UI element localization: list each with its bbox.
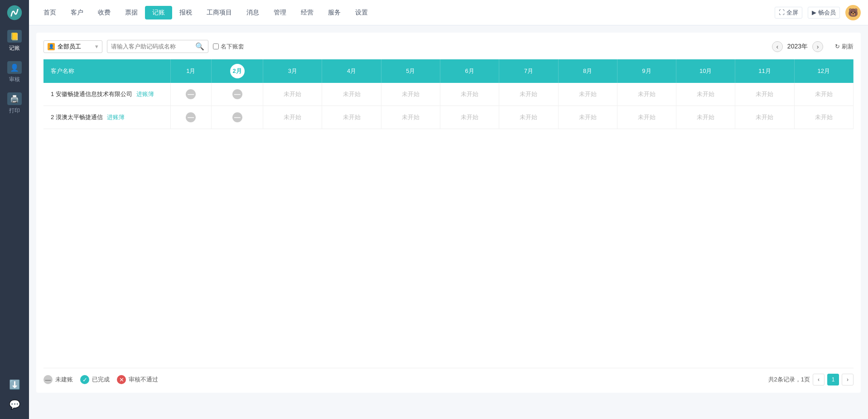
toolbar: 👤 全部员工 ▾ 🔍 名下账套 ‹ 2023年 ›	[43, 40, 854, 53]
sidebar-item-print[interactable]: 🖨️ 打印	[0, 88, 29, 119]
table-row: 2 漠澳太平畅捷通信 进账簿——未开始未开始未开始未开始未开始未开始未开始未开始…	[43, 106, 854, 129]
vip-icon: ▶	[812, 9, 816, 16]
user-avatar[interactable]: 🐻	[845, 5, 861, 20]
content-area: 👤 全部员工 ▾ 🔍 名下账套 ‹ 2023年 ›	[29, 25, 868, 419]
month-cell-4[interactable]: 未开始	[322, 106, 381, 129]
support-icon: 💬	[9, 399, 20, 410]
month-cell-5[interactable]: 未开始	[381, 83, 440, 106]
bookkeeping-icon: 📒	[7, 30, 22, 43]
month-cell-6[interactable]: 未开始	[440, 106, 499, 129]
enter-ledger-link[interactable]: 进账簿	[136, 91, 154, 97]
col-apr[interactable]: 4月	[322, 59, 381, 83]
employee-select[interactable]: 👤 全部员工 ▾	[43, 40, 102, 53]
nav-home[interactable]: 首页	[36, 6, 63, 19]
not-started-label: 未开始	[520, 91, 537, 97]
next-year-button[interactable]: ›	[812, 41, 823, 52]
bookkeeping-table: 客户名称 1月 2月 3月 4月 5月 6月 7月 8月 9月	[43, 59, 854, 129]
nav-client[interactable]: 客户	[63, 6, 91, 19]
nav-tax[interactable]: 报税	[172, 6, 199, 19]
nav-service[interactable]: 服务	[321, 6, 348, 19]
month-cell-2[interactable]: —	[212, 83, 263, 106]
month-cell-12[interactable]: 未开始	[794, 83, 853, 106]
month-cell-1[interactable]: —	[170, 106, 212, 129]
client-name-cell: 1 安徽畅捷通信息技术有限公司 进账簿	[43, 83, 170, 106]
month-cell-7[interactable]: 未开始	[499, 106, 558, 129]
year-nav: ‹ 2023年 ›	[772, 41, 823, 52]
col-jul[interactable]: 7月	[499, 59, 558, 83]
col-nov[interactable]: 11月	[735, 59, 794, 83]
not-started-label: 未开始	[579, 114, 597, 120]
col-jun[interactable]: 6月	[440, 59, 499, 83]
sidebar-item-bookkeeping[interactable]: 📒 记账	[0, 25, 29, 57]
col-jan[interactable]: 1月	[170, 59, 212, 83]
nav-settings[interactable]: 设置	[348, 6, 375, 19]
fullscreen-button[interactable]: ⛶ 全屏	[775, 7, 802, 19]
myaccount-checkbox-wrap[interactable]: 名下账套	[213, 43, 244, 51]
month-cell-4[interactable]: 未开始	[322, 83, 381, 106]
month-cell-1[interactable]: —	[170, 83, 212, 106]
month-cell-8[interactable]: 未开始	[558, 106, 617, 129]
not-started-label: 未开始	[638, 114, 656, 120]
month-cell-7[interactable]: 未开始	[499, 83, 558, 106]
not-started-label: 未开始	[815, 91, 833, 97]
month-cell-2[interactable]: —	[212, 106, 263, 129]
myaccount-checkbox[interactable]	[213, 43, 219, 49]
legend-red-label: 审核不通过	[129, 376, 158, 384]
month-cell-5[interactable]: 未开始	[381, 106, 440, 129]
status-dash-icon: —	[186, 112, 196, 122]
not-started-label: 未开始	[402, 114, 420, 120]
page-1-button[interactable]: 1	[827, 374, 839, 385]
month-cell-3[interactable]: 未开始	[263, 106, 322, 129]
nav-bookkeeping[interactable]: 记账	[145, 6, 172, 19]
month-cell-10[interactable]: 未开始	[676, 106, 735, 129]
month-cell-9[interactable]: 未开始	[617, 83, 676, 106]
not-started-label: 未开始	[284, 114, 301, 120]
not-started-label: 未开始	[638, 91, 656, 97]
month-cell-11[interactable]: 未开始	[735, 106, 794, 129]
not-started-label: 未开始	[343, 91, 361, 97]
sidebar-support[interactable]: 💬	[0, 395, 29, 414]
checkbox-label: 名下账套	[221, 43, 244, 51]
nav-right: ⛶ 全屏 ▶ 畅会员 🐻	[775, 5, 861, 20]
sidebar-item-audit[interactable]: 👤 审核	[0, 57, 29, 88]
legend-rejected: ✕ 审核不通过	[117, 375, 158, 384]
month-cell-8[interactable]: 未开始	[558, 83, 617, 106]
app-logo	[0, 0, 29, 25]
nav-invoice[interactable]: 票据	[118, 6, 145, 19]
month-cell-12[interactable]: 未开始	[794, 106, 853, 129]
month-cell-11[interactable]: 未开始	[735, 83, 794, 106]
refresh-button[interactable]: ↻ 刷新	[835, 43, 854, 51]
col-oct[interactable]: 10月	[676, 59, 735, 83]
nav-fee[interactable]: 收费	[91, 6, 118, 19]
total-label: 共2条记录，1页	[768, 376, 810, 384]
prev-page-button[interactable]: ‹	[813, 374, 825, 385]
month-cell-6[interactable]: 未开始	[440, 83, 499, 106]
col-may[interactable]: 5月	[381, 59, 440, 83]
enter-ledger-link[interactable]: 进账簿	[107, 114, 125, 120]
client-name-cell: 2 漠澳太平畅捷通信 进账簿	[43, 106, 170, 129]
nav-message[interactable]: 消息	[239, 6, 266, 19]
month-cell-9[interactable]: 未开始	[617, 106, 676, 129]
vip-button[interactable]: ▶ 畅会员	[808, 7, 840, 19]
row-index: 1	[51, 91, 54, 97]
legend-red-dot: ✕	[117, 375, 126, 384]
col-mar[interactable]: 3月	[263, 59, 322, 83]
not-started-label: 未开始	[461, 114, 478, 120]
month-cell-3[interactable]: 未开始	[263, 83, 322, 106]
search-input[interactable]	[111, 43, 193, 50]
nav-operation[interactable]: 经营	[294, 6, 321, 19]
col-aug[interactable]: 8月	[558, 59, 617, 83]
prev-year-button[interactable]: ‹	[772, 41, 783, 52]
search-button[interactable]: 🔍	[195, 42, 204, 51]
footer: — 未建账 ✓ 已完成 ✕ 审核不通过 共2条记录，1页 ‹ 1 ›	[43, 368, 854, 385]
next-page-button[interactable]: ›	[842, 374, 854, 385]
nav-manage[interactable]: 管理	[266, 6, 294, 19]
col-feb[interactable]: 2月	[212, 59, 263, 83]
year-label: 2023年	[787, 43, 808, 51]
status-dash-icon: —	[232, 112, 242, 122]
sidebar-download[interactable]: ⬇️	[0, 376, 29, 394]
col-sep[interactable]: 9月	[617, 59, 676, 83]
month-cell-10[interactable]: 未开始	[676, 83, 735, 106]
nav-business[interactable]: 工商项目	[199, 6, 239, 19]
col-dec[interactable]: 12月	[794, 59, 853, 83]
